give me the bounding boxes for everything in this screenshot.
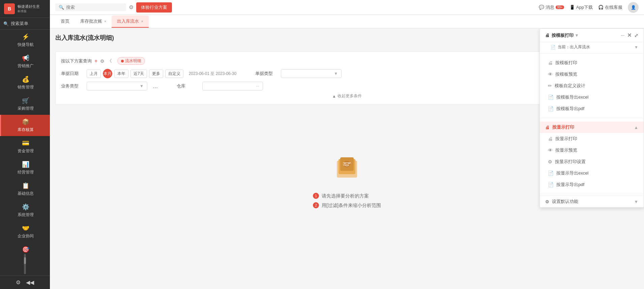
date-btn-this-month[interactable]: 本月 <box>103 69 112 78</box>
search-menu-button[interactable]: 🔍 搜索菜单 <box>3 21 28 27</box>
print-template-excel-btn[interactable]: 📄 按模板导出excel <box>540 91 644 103</box>
sidebar-item-marketing[interactable]: 📢 营销推广 <box>0 51 50 72</box>
print-template-design-btn[interactable]: ✏ 模板自定义设计 <box>540 80 644 91</box>
topbar-search-input[interactable] <box>66 5 123 10</box>
print-panel-expand-icon[interactable]: ⤢ <box>634 33 638 38</box>
step-1-label: 请先选择要分析的方案 <box>322 191 369 201</box>
bill-type-label: 单据类型 <box>255 71 275 77</box>
sidebar-item-enterprise[interactable]: 🤝 企业协同 <box>0 221 50 242</box>
date-btn-more[interactable]: 更多 <box>149 70 163 78</box>
display-print-section: 🖨 按显示打印 ▲ 🖨 按显示打印 👁 按显示预览 ⚙ 按显示打印设置 <box>540 120 644 192</box>
tab-inventory-flow-close[interactable]: × <box>141 19 143 23</box>
display-print-section-title: 按显示打印 <box>552 124 574 130</box>
inventory-icon: 📦 <box>22 118 29 126</box>
current-template-arrow[interactable]: ▼ <box>634 45 638 50</box>
sidebar-item-operations[interactable]: 📊 经营管理 <box>0 157 50 179</box>
sidebar-collapse-icon[interactable]: ◀◀ <box>26 279 34 286</box>
sales-icon: 💰 <box>22 76 29 83</box>
date-btn-this-year[interactable]: 本年 <box>114 70 128 78</box>
display-excel-btn[interactable]: 📄 按显示导出excel <box>540 167 644 179</box>
avatar[interactable]: 👤 <box>628 2 639 13</box>
date-btn-7days[interactable]: 近7天 <box>130 70 147 78</box>
print-set-default-btn[interactable]: ⚙ 设置默认功能 ▼ <box>540 195 644 207</box>
sidebar-item-label: 企业协同 <box>18 233 34 239</box>
filter-tag[interactable]: 流水明细 <box>117 57 145 65</box>
display-pdf-btn[interactable]: 📄 按显示导出pdf <box>540 179 644 190</box>
print-panel: 🖨 按模板打印 ▾ ··· ✕ ⤢ 📄 当前：出入库流水 ▼ <box>539 28 644 208</box>
display-print-btn[interactable]: 🖨 按显示打印 <box>540 133 644 144</box>
sidebar-item-label: 库存核算 <box>18 127 34 133</box>
sidebar-settings-icon[interactable]: ⚙ <box>16 279 21 286</box>
industry-btn[interactable]: 体验行业方案 <box>136 2 172 12</box>
tab-home[interactable]: 首页 <box>55 16 75 28</box>
display-preview-btn[interactable]: 👁 按显示预览 <box>540 144 644 156</box>
display-print-section-header[interactable]: 🖨 按显示打印 ▲ <box>540 122 644 133</box>
set-default-arrow: ▼ <box>634 199 638 204</box>
basic-info-icon: 📋 <box>22 182 29 189</box>
purchase-icon: 🛒 <box>22 97 29 104</box>
tab-inventory-flow[interactable]: 出入库流水 × <box>112 16 148 28</box>
template-print-icon: 🖨 <box>548 60 553 65</box>
template-design-icon: ✏ <box>548 83 552 88</box>
tab-batch-accounts[interactable]: 库存批次账 × <box>75 16 112 28</box>
display-excel-label: 按显示导出excel <box>556 170 588 176</box>
print-panel-header: 🖨 按模板打印 ▾ ··· ✕ ⤢ <box>540 29 644 42</box>
print-template-print-btn[interactable]: 🖨 按模板打印 <box>540 57 644 69</box>
online-service-label: 在线客服 <box>605 4 622 10</box>
message-icon: 💬 <box>539 5 544 10</box>
sidebar-search[interactable]: 🔍 搜索菜单 <box>0 18 50 30</box>
sidebar-item-system[interactable]: ⚙️ 系统管理 <box>0 200 50 221</box>
operations-icon: 📊 <box>22 161 29 168</box>
warehouse-select[interactable]: ··· <box>202 82 263 90</box>
display-print-icon: 🖨 <box>548 136 553 141</box>
sidebar-item-guide[interactable]: 🎯 新手引导 <box>0 242 50 253</box>
print-template-preview-btn[interactable]: 👁 按模板预览 <box>540 69 644 80</box>
sidebar-item-inventory[interactable]: 📦 库存核算 <box>0 115 50 136</box>
sidebar-item-sales[interactable]: 💰 销售管理 <box>0 72 50 94</box>
system-icon: ⚙️ <box>22 203 29 211</box>
sidebar-item-basic-info[interactable]: 📋 基础信息 <box>0 179 50 200</box>
date-btn-last-month[interactable]: 上月 <box>87 70 101 78</box>
display-print-toggle-icon[interactable]: ▲ <box>634 125 638 130</box>
bill-type-select[interactable]: ▼ <box>281 69 342 78</box>
print-panel-toggle-icon[interactable]: ▾ <box>576 33 578 38</box>
sidebar-item-label: 经营管理 <box>18 169 34 175</box>
filter-settings-btn[interactable]: ⚙ <box>100 58 105 64</box>
display-print-settings-btn[interactable]: ⚙ 按显示打印设置 <box>540 156 644 167</box>
display-preview-label: 按显示预览 <box>555 147 577 153</box>
current-template-icon: 📄 <box>551 45 556 50</box>
sidebar-item-purchase[interactable]: 🛒 采购管理 <box>0 94 50 115</box>
print-panel-more-icon[interactable]: ··· <box>621 33 624 38</box>
set-default-label: 设置默认功能 <box>552 199 578 205</box>
online-service-btn[interactable]: 🎧 在线客服 <box>598 4 622 10</box>
svg-point-7 <box>348 163 350 164</box>
marketing-icon: 📢 <box>22 54 29 62</box>
sidebar-item-finance[interactable]: 💳 资金管理 <box>0 136 50 157</box>
tab-bar: 首页 库存批次账 × 出入库流水 × <box>50 15 644 28</box>
step-2-num: 2 <box>313 202 319 208</box>
logo-text: 畅捷通好生意 <box>18 4 40 9</box>
topbar-gear-icon[interactable]: ⚙ <box>129 4 134 10</box>
date-filter-label: 单据日期 <box>61 71 81 77</box>
sidebar-scrollbar[interactable] <box>0 253 50 275</box>
app-download-btn[interactable]: 📱 App下载 <box>569 4 593 10</box>
print-panel-title: 按模板打印 <box>552 32 574 38</box>
collapse-more-btn[interactable]: ▲ 收起更多条件 <box>332 93 362 99</box>
finance-icon: 💳 <box>22 139 29 147</box>
filter-add-btn[interactable]: + <box>94 58 97 64</box>
print-template-pdf-btn[interactable]: 📄 按模板导出pdf <box>540 103 644 114</box>
display-print-label: 按显示打印 <box>555 136 577 142</box>
topbar-search-area[interactable]: 🔍 <box>55 3 126 11</box>
business-type-select[interactable]: ▼ <box>87 82 147 90</box>
enterprise-icon: 🤝 <box>22 225 29 232</box>
svg-rect-5 <box>343 164 349 165</box>
sidebar-item-quick-nav[interactable]: ⚡ 快捷导航 <box>0 30 50 51</box>
app-download-label: App下载 <box>576 4 593 10</box>
filter-collapse-btn[interactable]: 《 <box>107 58 112 64</box>
message-btn[interactable]: 💬 消息 99+ <box>539 4 564 10</box>
template-preview-label: 按模板预览 <box>555 71 577 77</box>
business-type-more-btn[interactable]: ... <box>153 83 158 90</box>
date-btn-custom[interactable]: 自定义 <box>165 70 183 78</box>
print-panel-close-icon[interactable]: ✕ <box>627 32 632 38</box>
tab-batch-accounts-close[interactable]: × <box>104 19 106 23</box>
